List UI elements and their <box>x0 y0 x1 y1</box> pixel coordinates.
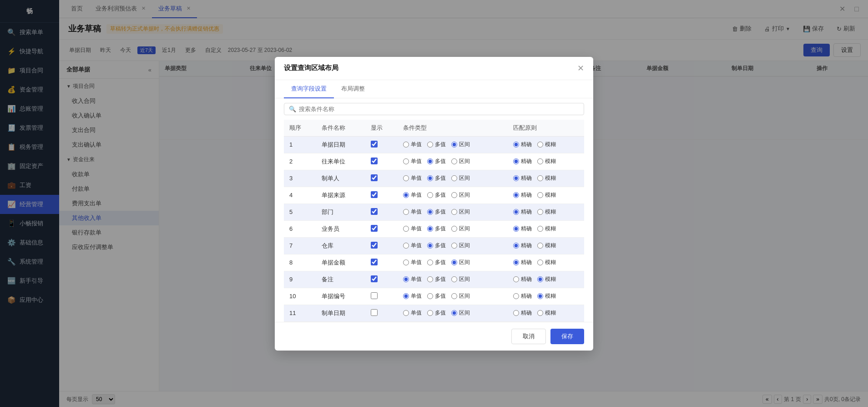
type-multi-10[interactable] <box>427 293 433 299</box>
type-range-9[interactable] <box>451 276 457 282</box>
type-multi-5[interactable] <box>427 209 433 215</box>
match-exact-8[interactable] <box>513 259 519 265</box>
match-fuzzy-8[interactable] <box>537 259 543 265</box>
show-checkbox-3[interactable] <box>371 174 378 181</box>
match-fuzzy-6[interactable] <box>537 226 543 232</box>
modal-title: 设置查询区域布局 <box>284 64 338 72</box>
match-fuzzy-4[interactable] <box>537 192 543 198</box>
type-single-10[interactable] <box>403 293 409 299</box>
type-multi-4[interactable] <box>427 192 433 198</box>
type-single-3[interactable] <box>403 175 409 181</box>
type-single-2[interactable] <box>403 158 409 164</box>
type-multi-2[interactable] <box>427 158 433 164</box>
modal-tab-fields[interactable]: 查询字段设置 <box>284 80 334 98</box>
modal-header-匹配原则: 匹配原则 <box>508 120 584 137</box>
type-single-7[interactable] <box>403 243 409 249</box>
modal-header-显示: 显示 <box>365 120 398 137</box>
modal-row-5: 5部门单值多值区间精确模糊 <box>284 204 584 220</box>
type-multi-11[interactable] <box>427 310 433 316</box>
show-checkbox-6[interactable] <box>371 225 378 232</box>
modal-header-顺序: 顺序 <box>284 120 316 137</box>
type-range-1[interactable] <box>451 142 457 148</box>
type-multi-3[interactable] <box>427 175 433 181</box>
match-exact-3[interactable] <box>513 175 519 181</box>
modal-row-8: 8单据金额单值多值区间精确模糊 <box>284 254 584 271</box>
match-exact-2[interactable] <box>513 158 519 164</box>
cancel-btn[interactable]: 取消 <box>511 329 546 344</box>
modal-header-条件名称: 条件名称 <box>316 120 365 137</box>
type-single-6[interactable] <box>403 226 409 232</box>
type-single-5[interactable] <box>403 209 409 215</box>
show-checkbox-9[interactable] <box>371 275 378 282</box>
match-fuzzy-2[interactable] <box>537 158 543 164</box>
type-range-3[interactable] <box>451 175 457 181</box>
match-exact-10[interactable] <box>513 293 519 299</box>
type-single-8[interactable] <box>403 259 409 265</box>
modal-row-6: 6业务员单值多值区间精确模糊 <box>284 220 584 237</box>
match-exact-11[interactable] <box>513 310 519 316</box>
show-checkbox-2[interactable] <box>371 158 378 164</box>
modal-footer: 取消 保存 <box>275 322 593 351</box>
modal-tab-layout[interactable]: 布局调整 <box>334 80 372 98</box>
type-range-10[interactable] <box>451 293 457 299</box>
modal-close-btn[interactable]: ✕ <box>577 63 584 73</box>
search-input[interactable] <box>299 106 579 112</box>
match-fuzzy-3[interactable] <box>537 175 543 181</box>
type-multi-7[interactable] <box>427 243 433 249</box>
type-range-6[interactable] <box>451 226 457 232</box>
modal-row-11: 11制单日期单值多值区间精确模糊 <box>284 305 584 321</box>
match-exact-4[interactable] <box>513 192 519 198</box>
modal-search: 🔍 <box>275 98 593 120</box>
modal-row-3: 3制单人单值多值区间精确模糊 <box>284 170 584 187</box>
type-multi-9[interactable] <box>427 276 433 282</box>
match-fuzzy-11[interactable] <box>537 310 543 316</box>
modal-save-btn[interactable]: 保存 <box>550 329 584 344</box>
match-fuzzy-1[interactable] <box>537 142 543 148</box>
modal-tabs: 查询字段设置 布局调整 <box>275 80 593 98</box>
match-exact-1[interactable] <box>513 142 519 148</box>
modal-header-条件类型: 条件类型 <box>398 120 508 137</box>
match-exact-9[interactable] <box>513 276 519 282</box>
show-checkbox-10[interactable] <box>371 292 378 299</box>
type-range-5[interactable] <box>451 209 457 215</box>
modal-header: 设置查询区域布局 ✕ <box>275 57 593 80</box>
type-multi-8[interactable] <box>427 259 433 265</box>
type-single-1[interactable] <box>403 142 409 148</box>
modal-row-7: 7仓库单值多值区间精确模糊 <box>284 237 584 254</box>
match-exact-7[interactable] <box>513 243 519 249</box>
type-range-8[interactable] <box>451 259 457 265</box>
type-range-7[interactable] <box>451 243 457 249</box>
modal-row-1: 1单据日期单值多值区间精确模糊 <box>284 136 584 153</box>
type-range-2[interactable] <box>451 158 457 164</box>
settings-modal: 设置查询区域布局 ✕ 查询字段设置 布局调整 🔍 顺序条件名称显示条件类型匹配原… <box>275 57 593 351</box>
match-exact-6[interactable] <box>513 226 519 232</box>
type-multi-6[interactable] <box>427 226 433 232</box>
show-checkbox-5[interactable] <box>371 208 378 215</box>
show-checkbox-11[interactable] <box>371 309 378 316</box>
type-single-4[interactable] <box>403 192 409 198</box>
type-multi-1[interactable] <box>427 142 433 148</box>
modal-row-2: 2往来单位单值多值区间精确模糊 <box>284 153 584 170</box>
modal-overlay: 设置查询区域布局 ✕ 查询字段设置 布局调整 🔍 顺序条件名称显示条件类型匹配原… <box>0 0 868 407</box>
show-checkbox-8[interactable] <box>371 259 378 265</box>
type-single-9[interactable] <box>403 276 409 282</box>
type-single-11[interactable] <box>403 310 409 316</box>
search-icon: 🔍 <box>289 106 296 112</box>
modal-row-4: 4单据来源单值多值区间精确模糊 <box>284 187 584 204</box>
type-range-4[interactable] <box>451 192 457 198</box>
show-checkbox-4[interactable] <box>371 191 378 198</box>
modal-row-9: 9备注单值多值区间精确模糊 <box>284 271 584 288</box>
type-range-11[interactable] <box>451 310 457 316</box>
modal-row-10: 10单据编号单值多值区间精确模糊 <box>284 288 584 305</box>
show-checkbox-7[interactable] <box>371 242 378 249</box>
match-fuzzy-9[interactable] <box>537 276 543 282</box>
show-checkbox-1[interactable] <box>371 141 378 148</box>
settings-table: 顺序条件名称显示条件类型匹配原则 1单据日期单值多值区间精确模糊2往来单位单值多… <box>275 120 593 322</box>
search-box: 🔍 <box>284 103 584 115</box>
match-exact-5[interactable] <box>513 209 519 215</box>
match-fuzzy-7[interactable] <box>537 243 543 249</box>
match-fuzzy-5[interactable] <box>537 209 543 215</box>
match-fuzzy-10[interactable] <box>537 293 543 299</box>
